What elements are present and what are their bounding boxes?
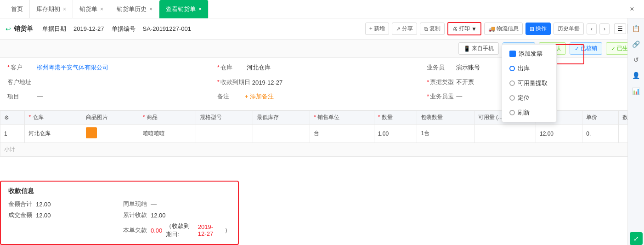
owe-note-end: ） <box>225 226 231 234</box>
tab-sales-history[interactable]: 销货单历史 × <box>110 0 159 18</box>
sidebar-icon-1[interactable]: 📋 <box>630 22 643 35</box>
close-view-sales-tab[interactable]: × <box>198 6 202 12</box>
warehouse-value: 河北仓库 <box>245 63 272 73</box>
operation-button[interactable]: ⊞ 操作 <box>525 23 551 35</box>
project-field: 项目 — <box>7 92 217 101</box>
dropdown-menu: 添加发票 出库 可用量提取 定位 刷新 <box>502 44 557 122</box>
same-order-item: 同单现结 — <box>123 200 231 208</box>
note-label: 备注 <box>217 92 245 101</box>
sold-check-icon: ✓ <box>575 46 579 52</box>
available-qty-icon <box>509 80 515 86</box>
row-product: 嘻嘻嘻嘻 <box>139 125 196 143</box>
tab-sales-order[interactable]: 销货单 × <box>73 0 110 18</box>
ticket-value: 不开票 <box>454 77 476 87</box>
row-unit-price: 0. <box>582 125 618 143</box>
refresh-icon <box>509 110 515 115</box>
current-owe-value: 0.00 <box>151 227 162 234</box>
logistics-button[interactable]: 🚚 物流信息 <box>484 23 523 35</box>
next-button[interactable]: › <box>599 23 610 34</box>
close-inventory-tab[interactable]: × <box>63 6 66 12</box>
col-spec: 规格型号 <box>196 111 253 125</box>
col-settings[interactable]: ⚙ <box>0 111 25 125</box>
menu-available-qty[interactable]: 可用量提取 <box>502 76 556 91</box>
doc-title: 销货单 <box>14 25 33 33</box>
menu-add-invoice[interactable]: 添加发票 <box>502 46 556 61</box>
col-sales-unit: 销售单位 <box>310 111 374 125</box>
col-product: 商品 <box>139 111 196 125</box>
col-product-img: 商品图片 <box>82 111 139 125</box>
current-owe-item <box>8 222 116 239</box>
close-history-tab[interactable]: × <box>149 6 153 12</box>
address-label: 客户地址 <box>7 78 35 86</box>
sidebar-icon-3[interactable]: ↺ <box>630 53 643 66</box>
tab-home[interactable]: 首页 <box>5 0 30 18</box>
row-no: 1 <box>0 125 25 143</box>
sidebar-spacer <box>630 100 643 229</box>
col-quantity: 数量 <box>374 111 417 125</box>
print-dropdown-icon: ▼ <box>471 26 477 32</box>
col-unit-price: 单价 <box>582 111 618 125</box>
payment-info-grid: 金额合计 12.00 同单现结 — 成交金额 12.00 累计收款 12.00 <box>8 200 231 239</box>
col-warehouse: 仓库 <box>25 111 82 125</box>
warehouse-label: 仓库 <box>217 63 245 72</box>
window-close-button[interactable]: × <box>625 2 639 17</box>
date-label: 单据日期 <box>42 25 66 33</box>
row-spec <box>196 125 253 143</box>
sold-status-button[interactable]: ✓ 已核销 <box>570 42 602 55</box>
payment-date-field: 收款到期日 2019-12-27 <box>217 78 427 87</box>
history-button[interactable]: 历史单据 <box>554 23 584 35</box>
col-pack-qty: 包装数量 <box>417 111 474 125</box>
add-note-button[interactable]: 添加备注 <box>245 92 274 101</box>
menu-refresh[interactable]: 刷新 <box>502 105 556 120</box>
doc-meta: 单据日期 2019-12-27 单据编号 SA-20191227-001 <box>42 25 365 33</box>
tab-inventory-open[interactable]: 库存期初 × <box>30 0 73 18</box>
locate-icon <box>509 95 515 101</box>
menu-out-warehouse[interactable]: 出库 <box>502 61 556 76</box>
logistics-icon: 🚚 <box>488 26 495 32</box>
total-amount-item: 金额合计 12.00 <box>8 200 116 208</box>
from-phone-button[interactable]: 📱 来自手机 <box>458 42 499 55</box>
right-sidebar: 📋 🔗 ↺ 👤 📊 ⤢ <box>627 18 644 245</box>
project-label: 项目 <box>7 92 35 101</box>
current-owe-full-item: 本单欠款 0.00 （收款到期日: 2019-12-27 ） <box>123 222 231 239</box>
sidebar-expand-button[interactable]: ⤢ <box>630 232 643 245</box>
copy-button[interactable]: ⧉ 复制 <box>420 23 445 35</box>
sidebar-icon-5[interactable]: 📊 <box>630 85 643 97</box>
sidebar-icon-4[interactable]: 👤 <box>630 69 643 82</box>
close-sales-tab[interactable]: × <box>100 6 103 12</box>
prev-button[interactable]: ‹ <box>587 23 597 34</box>
row-warehouse: 河北仓库 <box>25 125 82 143</box>
cumulative-label: 累计收款 <box>123 211 147 219</box>
project-value: — <box>35 92 45 101</box>
sidebar-icon-2[interactable]: 🔗 <box>630 38 643 51</box>
table-row: 1 河北仓库 嘻嘻嘻嘻 台 1.00 1台 12.00 0. <box>0 125 644 143</box>
subtotal-row: 小计 <box>0 143 644 157</box>
employee-label: 业务员 <box>427 63 454 72</box>
phone-icon: 📱 <box>463 46 470 52</box>
customer-field: 客户 柳州粤港平安气体有限公司 <box>7 63 217 73</box>
warehouse-field: 仓库 河北仓库 <box>217 63 427 73</box>
list-view-button[interactable]: ☰ <box>614 23 626 34</box>
main-container: ↩ 销货单 单据日期 2019-12-27 单据编号 SA-20191227-0… <box>0 18 644 245</box>
current-owe-label: 本单欠款 <box>123 226 147 234</box>
menu-locate[interactable]: 定位 <box>502 91 556 105</box>
new-button[interactable]: + 新增 <box>365 23 389 35</box>
row-min-stock <box>253 125 310 143</box>
effect-check-icon: ✓ <box>611 46 616 52</box>
share-button[interactable]: ↗ 分享 <box>392 23 417 35</box>
doc-icon: ↩ <box>6 25 11 33</box>
row-quantity: 1.00 <box>374 125 417 143</box>
print-icon: 🖨 <box>452 26 458 32</box>
owe-note: （收款到期日: <box>166 222 194 239</box>
row-stock: 12.00 <box>536 125 582 143</box>
address-value: — <box>35 78 45 87</box>
customer-label: 客户 <box>7 63 35 72</box>
customer-value[interactable]: 柳州粤港平安气体有限公司 <box>35 63 110 73</box>
row-pack-qty: 1台 <box>417 125 474 143</box>
payment-date-label: 收款到期日 <box>217 78 250 86</box>
total-amount-label: 金额合计 <box>8 200 32 208</box>
total-amount-value: 12.00 <box>36 201 51 208</box>
address-field: 客户地址 — <box>7 78 217 87</box>
tab-view-sales[interactable]: 查看销货单 × <box>159 0 209 18</box>
print-button[interactable]: 🖨 打印 ▼ <box>447 22 481 35</box>
